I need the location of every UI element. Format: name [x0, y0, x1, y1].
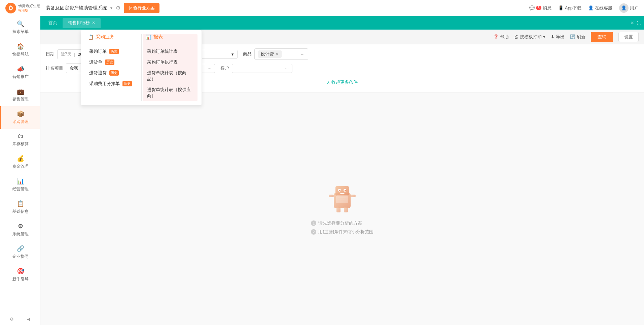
hist-badge-1: 历史	[105, 59, 114, 65]
goods-label: 商品	[243, 51, 252, 57]
date-label: 日期	[46, 51, 55, 57]
collapse-icon: ∧	[327, 80, 330, 85]
sidebar: 🔍 搜索菜单 🏠 快捷导航 📣 营销推广 💼 销售管理 📦 采购管理 🗂 库存核…	[0, 16, 40, 325]
sidebar-item-enterprise[interactable]: 🔗 企业协同	[0, 241, 40, 263]
system-icon: ⚙	[18, 222, 23, 230]
dropdown-menu: 📋 采购业务 采购订单 历史 进货单 历史 进货退货 历史 采购费用分摊单	[81, 30, 202, 106]
menu-item-purchase-order[interactable]: 采购订单 历史	[88, 46, 137, 57]
menu-item-report-1[interactable]: 采购订单执行表	[146, 57, 195, 68]
help-icon: ❓	[493, 34, 499, 39]
customer-label: 客户	[220, 65, 229, 71]
menu-item-report-2[interactable]: 进货单统计表（按商品）	[146, 68, 195, 84]
menu-item-purchase-inbound[interactable]: 进货单 历史	[88, 57, 137, 68]
svg-rect-9	[336, 207, 341, 212]
sidebar-item-quick[interactable]: 🏠 快捷导航	[0, 39, 40, 61]
tab-home[interactable]: 首页	[43, 18, 63, 28]
finance-icon: 💰	[17, 155, 24, 162]
salesman-ellipsis[interactable]: ···	[208, 66, 211, 71]
app-download-action[interactable]: 📱 App下载	[558, 5, 581, 11]
settings-button[interactable]: 设置	[618, 32, 639, 42]
sidebar-item-finance[interactable]: 💰 资金管理	[0, 151, 40, 173]
sidebar-item-base[interactable]: 📋 基础信息	[0, 196, 40, 218]
purchase-icon: 📦	[17, 110, 24, 118]
enterprise-icon: 🔗	[17, 245, 24, 252]
svg-point-5	[339, 190, 341, 191]
svg-point-6	[345, 190, 346, 191]
print-btn[interactable]: 🖨 按模板打印 ▾	[514, 34, 545, 40]
goods-tag-close[interactable]: ✕	[275, 52, 279, 57]
export-icon: ⬇	[551, 34, 554, 39]
marketing-icon: 📣	[17, 65, 24, 73]
message-action[interactable]: 💬 5 消息	[529, 5, 551, 11]
export-btn[interactable]: ⬇ 导出	[551, 34, 565, 40]
sidebar-item-search[interactable]: 🔍 搜索菜单	[0, 16, 40, 39]
svg-rect-2	[335, 186, 349, 196]
header-center: 装备及固定资产辅助管理系统 ▾ ⚙ 体验行业方案	[46, 3, 529, 13]
sidebar-item-system[interactable]: ⚙ 系统管理	[0, 218, 40, 241]
empty-tips: 1 请先选择要分析的方案 2 用[过滤]条件来缩小分析范围	[311, 219, 373, 236]
menu-purchase-section: 📋 采购业务 采购订单 历史 进货单 历史 进货退货 历史 采购费用分摊单	[85, 34, 140, 101]
message-icon: 💬	[529, 5, 535, 10]
logo-icon	[5, 3, 16, 13]
online-service-action[interactable]: 👤 在线客服	[588, 5, 612, 11]
svg-rect-10	[344, 207, 348, 212]
empty-state: 1 请先选择要分析的方案 2 用[过滤]条件来缩小分析范围	[311, 181, 373, 236]
customer-ellipsis[interactable]: ···	[285, 66, 289, 71]
refresh-icon: 🔄	[570, 34, 575, 39]
tab-expand-icon[interactable]: ⛶	[637, 21, 641, 26]
sidebar-item-purchase[interactable]: 📦 采购管理	[0, 106, 40, 129]
menu-purchase-title: 📋 采购业务	[88, 34, 137, 43]
goods-tag: 设计费 ✕	[258, 50, 282, 58]
goods-select[interactable]: 设计费 ✕ ···	[254, 48, 308, 60]
header-right: 💬 5 消息 📱 App下载 👤 在线客服 👤 用户	[529, 3, 639, 13]
rank-label: 排名项目	[46, 65, 63, 71]
empty-tip-2: 2 用[过滤]条件来缩小分析范围	[311, 228, 373, 236]
empty-tip-1: 1 请先选择要分析的方案	[311, 219, 373, 228]
hist-badge-0: 历史	[109, 49, 119, 54]
operation-icon: 📊	[17, 177, 24, 185]
sidebar-item-operation[interactable]: 📊 经营管理	[0, 173, 40, 196]
svg-rect-7	[329, 195, 334, 197]
customer-select[interactable]: ···	[232, 64, 292, 73]
menu-report-title: 📊 报表	[146, 34, 195, 43]
user-action[interactable]: 👤 用户	[619, 3, 639, 13]
goods-ellipsis[interactable]: ···	[301, 52, 305, 57]
sidebar-item-sales[interactable]: 💼 销售管理	[0, 84, 40, 106]
filter-goods: 商品 设计费 ✕ ···	[243, 48, 308, 60]
sidebar-item-marketing[interactable]: 📣 营销推广	[0, 61, 40, 84]
tab-close-all-icon[interactable]: ✕	[631, 21, 634, 26]
menu-item-report-3[interactable]: 进货单统计表（按供应商）	[146, 84, 195, 101]
help-btn[interactable]: ❓ 帮助	[493, 34, 509, 40]
guide-icon: 🎯	[17, 268, 24, 275]
system-dropdown-icon[interactable]: ▾	[110, 6, 112, 10]
menu-item-report-0[interactable]: 采购订单统计表	[146, 46, 195, 57]
hist-badge-2: 历史	[109, 70, 119, 76]
menu-item-purchase-cost[interactable]: 采购费用分摊单 历史	[88, 78, 137, 89]
purchase-section-icon: 📋	[88, 34, 94, 40]
system-title: 装备及固定资产辅助管理系统	[46, 5, 107, 11]
logo-text: 畅捷通好生意 标准版	[18, 3, 40, 12]
refresh-btn[interactable]: 🔄 刷新	[570, 34, 585, 40]
report-section-icon: 📊	[146, 34, 151, 40]
sidebar-settings-icon[interactable]: ⚙	[10, 317, 14, 322]
filter-customer: 客户 ···	[220, 64, 292, 73]
menu-divider	[141, 34, 142, 101]
hist-badge-3: 历史	[122, 81, 132, 86]
menu-item-purchase-return[interactable]: 进货退货 历史	[88, 68, 137, 78]
print-dropdown-icon[interactable]: ▾	[543, 34, 545, 39]
tab-close-icon[interactable]: ✕	[92, 21, 95, 25]
message-badge: 5	[536, 6, 541, 10]
sidebar-item-guide[interactable]: 🎯 新手引导	[0, 263, 40, 286]
tab-bar: 首页 销售排行榜 ✕ ✕ ⛶	[40, 16, 644, 30]
industry-btn[interactable]: 体验行业方案	[124, 3, 159, 13]
tab-sales-rank[interactable]: 销售排行榜 ✕	[63, 18, 101, 28]
sidebar-item-inventory[interactable]: 🗂 库存核算	[0, 129, 40, 151]
inventory-icon: 🗂	[17, 133, 24, 140]
avatar: 👤	[619, 3, 629, 13]
settings-icon[interactable]: ⚙	[116, 5, 120, 11]
query-button[interactable]: 查询	[591, 32, 613, 42]
sales-icon: 💼	[17, 88, 24, 95]
content-area: 首页 销售排行榜 ✕ ✕ ⛶ ❓ 帮助 🖨 按模板打印 ▾ ⬇	[40, 16, 644, 325]
svg-point-0	[10, 7, 12, 9]
sidebar-collapse-icon[interactable]: ◀	[27, 317, 30, 322]
